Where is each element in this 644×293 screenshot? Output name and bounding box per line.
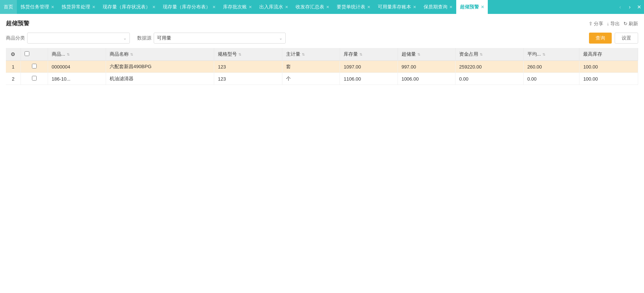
- col-label-product-name: 商品名称: [110, 51, 129, 58]
- export-label: 导出: [610, 21, 620, 27]
- th-product-name[interactable]: 商品名称 ⇅: [106, 48, 214, 61]
- row-num: 2: [6, 73, 21, 85]
- close-icon[interactable]: ✕: [481, 5, 484, 10]
- category-select[interactable]: ⌄: [27, 33, 130, 44]
- stock-cell: 1106.00: [340, 73, 398, 85]
- nav-item-avail-book[interactable]: 可用量库存账本 ✕: [374, 0, 420, 14]
- sort-icon: ⇅: [130, 52, 133, 56]
- unit-cell: 套: [282, 61, 340, 73]
- th-max-stock: 最高库存: [579, 48, 638, 61]
- filter-actions: 查询 设置: [589, 33, 638, 44]
- chevron-down-icon: ⌄: [123, 36, 127, 41]
- sort-icon: ⇅: [417, 52, 420, 56]
- spec-cell: 123: [214, 73, 282, 85]
- close-icon[interactable]: ✕: [326, 5, 329, 10]
- th-unit[interactable]: 主计量 ⇅: [282, 48, 340, 61]
- product-code-cell: 186-10...: [48, 73, 106, 85]
- nav-arrows: ‹ › ✕: [615, 0, 644, 14]
- overstock-cell: 1006.00: [398, 73, 455, 85]
- gear-icon[interactable]: ⚙: [11, 51, 15, 57]
- nav-item-quality-check[interactable]: 保质期查询 ✕: [420, 0, 456, 14]
- product-name-cell: 六配套新昌490BPG: [106, 61, 214, 73]
- export-button[interactable]: ↓ 导出: [607, 21, 620, 27]
- close-icon[interactable]: ✕: [367, 5, 370, 10]
- datasource-filter-group: 数据源 可用量 ⌄: [137, 33, 286, 44]
- close-icon[interactable]: ✕: [285, 5, 288, 10]
- share-label: 分享: [594, 21, 603, 27]
- nav-label-avail-book: 可用量库存账本: [378, 4, 411, 10]
- sort-icon: ⇅: [238, 52, 241, 56]
- capital-cell: 0.00: [455, 73, 524, 85]
- close-icon[interactable]: ✕: [92, 5, 95, 10]
- nav-label-inout-flow: 出入库流水: [259, 4, 283, 10]
- chevron-down-icon: ⌄: [279, 36, 282, 41]
- datasource-select[interactable]: 可用量 ⌄: [154, 33, 286, 44]
- top-navigation: 首页 拣货任务管理 ✕ 拣货异常处理 ✕ 现存量（库存状况表） ✕ 现存量（库存…: [0, 0, 644, 14]
- nav-arrow-close[interactable]: ✕: [634, 0, 644, 14]
- capital-cell: 259220.00: [455, 61, 524, 73]
- sort-icon: ⇅: [480, 52, 483, 56]
- checkbox-cell[interactable]: [21, 73, 48, 85]
- close-icon[interactable]: ✕: [249, 5, 252, 10]
- th-spec[interactable]: 规格型号 ⇅: [214, 48, 282, 61]
- th-overstock[interactable]: 超储量 ⇅: [398, 48, 455, 61]
- col-label-stock: 库存量: [344, 51, 358, 58]
- close-icon[interactable]: ✕: [51, 5, 54, 10]
- col-label-overstock: 超储量: [402, 51, 416, 58]
- col-label-product-code: 商品...: [52, 51, 65, 58]
- stock-cell: 1097.00: [340, 61, 398, 73]
- settings-button[interactable]: 设置: [615, 33, 638, 44]
- table-body: 10000004六配套新昌490BPG123套1097.00997.002592…: [6, 61, 638, 85]
- avg-cell: 0.00: [523, 73, 579, 85]
- th-capital[interactable]: 资金占用 ⇅: [455, 48, 524, 61]
- nav-item-abnormal[interactable]: 拣货异常处理 ✕: [58, 0, 99, 14]
- nav-label-stock-dist: 现存量（库存分布表）: [163, 4, 211, 10]
- data-table: ⚙ 商品... ⇅ 商品名称 ⇅: [6, 48, 638, 85]
- query-button[interactable]: 查询: [589, 33, 612, 44]
- refresh-button[interactable]: ↻ 刷新: [623, 21, 638, 27]
- nav-label-batch: 库存批次账: [223, 4, 247, 10]
- th-gear[interactable]: ⚙: [6, 48, 21, 61]
- table-row: 10000004六配套新昌490BPG123套1097.00997.002592…: [6, 61, 638, 73]
- nav-item-inout-flow[interactable]: 出入库流水 ✕: [256, 0, 292, 14]
- nav-label-quality-check: 保质期查询: [424, 4, 447, 10]
- share-button[interactable]: ⇧ 分享: [589, 21, 603, 27]
- table-row: 2186-10...机油滤清器123个1106.001006.000.000.0…: [6, 73, 638, 85]
- th-checkbox: [21, 48, 48, 61]
- th-product-code[interactable]: 商品... ⇅: [48, 48, 106, 61]
- max-stock-cell: 100.00: [579, 73, 638, 85]
- row-checkbox[interactable]: [32, 64, 37, 68]
- sort-icon: ⇅: [359, 52, 362, 56]
- nav-item-collect[interactable]: 收发存汇总表 ✕: [292, 0, 333, 14]
- checkbox-cell[interactable]: [21, 61, 48, 73]
- category-label: 商品分类: [6, 35, 25, 41]
- close-icon[interactable]: ✕: [449, 5, 453, 10]
- page-title: 超储预警: [6, 20, 29, 27]
- sort-icon: ⇅: [302, 52, 305, 56]
- nav-item-req-stat[interactable]: 要货单统计表 ✕: [333, 0, 374, 14]
- th-avg[interactable]: 平均... ⇅: [523, 48, 579, 61]
- product-code-cell: 0000004: [48, 61, 106, 73]
- close-icon[interactable]: ✕: [212, 5, 216, 10]
- nav-label-home: 首页: [4, 4, 13, 10]
- category-filter-group: 商品分类 ⌄: [6, 33, 130, 44]
- nav-arrow-left[interactable]: ‹: [615, 0, 625, 14]
- nav-label-req-stat: 要货单统计表: [337, 4, 365, 10]
- nav-item-batch[interactable]: 库存批次账 ✕: [219, 0, 256, 14]
- nav-item-overstock[interactable]: 超储预警 ✕: [456, 0, 488, 14]
- table-header: ⚙ 商品... ⇅ 商品名称 ⇅: [6, 48, 638, 61]
- nav-item-stock-status[interactable]: 现存量（库存状况表） ✕: [99, 0, 159, 14]
- datasource-value: 可用量: [157, 35, 171, 41]
- th-stock[interactable]: 库存量 ⇅: [340, 48, 398, 61]
- nav-item-stock-dist[interactable]: 现存量（库存分布表） ✕: [159, 0, 219, 14]
- select-all-checkbox[interactable]: [25, 51, 29, 56]
- nav-item-task-mgmt[interactable]: 拣货任务管理 ✕: [17, 0, 58, 14]
- col-label-spec: 规格型号: [218, 51, 237, 58]
- refresh-icon: ↻: [623, 21, 627, 26]
- close-icon[interactable]: ✕: [413, 5, 416, 10]
- row-checkbox[interactable]: [32, 76, 37, 81]
- close-icon[interactable]: ✕: [152, 5, 155, 10]
- nav-label-overstock: 超储预警: [460, 4, 479, 10]
- nav-item-home[interactable]: 首页: [0, 0, 17, 14]
- nav-arrow-right[interactable]: ›: [625, 0, 634, 14]
